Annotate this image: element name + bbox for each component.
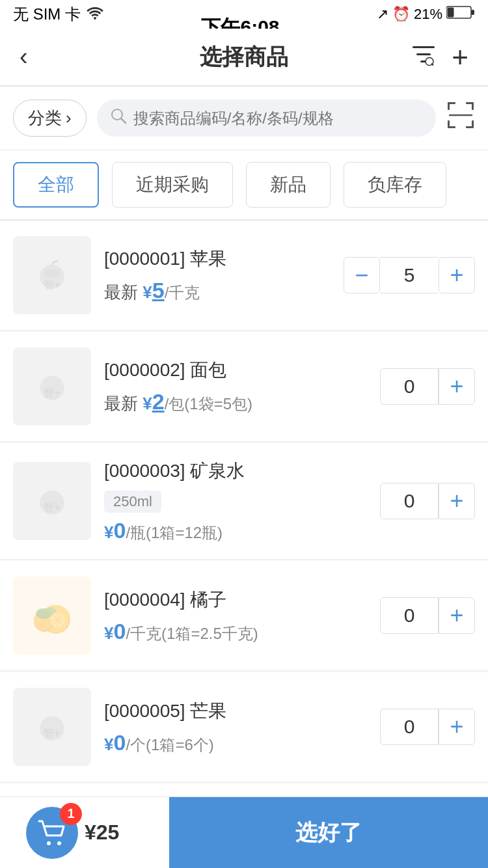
quantity-control: + — [380, 368, 475, 405]
placeholder-icon: 智+ — [29, 704, 75, 750]
price-unit-text: /包(1袋=5包) — [165, 395, 252, 413]
product-price: 最新 ¥2/包(1袋=5包) — [104, 389, 367, 415]
price-value: 0 — [113, 518, 126, 543]
product-tag: 250ml — [104, 491, 161, 513]
product-thumbnail: 智+ — [13, 462, 91, 540]
wifi-icon — [86, 5, 104, 23]
battery-icon — [446, 5, 475, 23]
quantity-control: + — [380, 597, 475, 634]
price-symbol: ¥ — [142, 282, 152, 302]
quantity-input[interactable] — [380, 257, 439, 293]
bottom-bar: 1 ¥25 选好了 — [0, 796, 488, 868]
status-bar: 无 SIM 卡 下午6:08 ↗ ⏰ 21% — [0, 0, 488, 29]
increase-button[interactable]: + — [439, 483, 475, 519]
sim-indicator: 无 SIM 卡 — [13, 4, 81, 25]
price-label: 最新 — [104, 394, 142, 413]
price-symbol: ¥ — [142, 394, 152, 413]
product-name: [0000004] 橘子 — [104, 588, 367, 612]
price-unit-text: /瓶(1箱=12瓶) — [126, 524, 223, 541]
product-thumbnail: 智+ — [13, 347, 91, 426]
search-input[interactable] — [133, 109, 423, 128]
filter-bar: 分类 › — [0, 87, 488, 150]
price-symbol: ¥ — [104, 522, 113, 542]
svg-point-20 — [44, 269, 59, 278]
status-left: 无 SIM 卡 — [13, 4, 104, 25]
confirm-button[interactable]: 选好了 — [169, 797, 488, 868]
price-value: 5 — [152, 278, 165, 303]
product-name: [0000005] 芒果 — [104, 699, 367, 724]
tab-negative[interactable]: 负库存 — [344, 162, 446, 208]
svg-text:智+: 智+ — [44, 727, 61, 739]
list-item: 智+ [0000005] 芒果 ¥0/个(1箱=6个) + — [0, 672, 488, 782]
placeholder-icon: 智+ — [29, 478, 75, 524]
list-item: 智+ [0000002] 面包 最新 ¥2/包(1袋=5包) + — [0, 332, 488, 442]
product-price: 最新 ¥5/千克 — [104, 278, 331, 304]
product-info: [0000005] 芒果 ¥0/个(1箱=6个) — [104, 699, 367, 755]
price-value: 0 — [113, 619, 126, 644]
search-icon — [110, 107, 127, 129]
svg-rect-13 — [472, 102, 474, 110]
svg-rect-17 — [472, 120, 474, 128]
filter-icon[interactable] — [411, 44, 436, 71]
product-name: [0000003] 矿泉水 — [104, 459, 367, 483]
svg-line-9 — [121, 118, 126, 123]
quantity-input[interactable] — [380, 483, 439, 519]
scan-icon[interactable] — [446, 101, 475, 135]
quantity-control: + — [380, 483, 475, 519]
list-item: 智+ [0000003] 矿泉水 250ml ¥0/瓶(1箱=12瓶) + — [0, 443, 488, 560]
svg-rect-15 — [448, 120, 450, 128]
list-item: 智+ [0000001] 苹果 最新 ¥5/千克 − + — [0, 221, 488, 331]
orange-image — [29, 593, 75, 638]
alarm-icon: ⏰ — [392, 6, 410, 23]
nav-bar: ‹ 选择商品 + — [0, 29, 488, 86]
decrease-button[interactable]: − — [344, 257, 380, 293]
category-label: 分类 — [28, 107, 62, 129]
price-unit-text: /千克(1箱=2.5千克) — [126, 625, 258, 642]
product-thumbnail — [13, 576, 91, 655]
price-unit-text: /个(1箱=6个) — [126, 736, 213, 753]
price-value: 2 — [152, 389, 165, 414]
price-symbol: ¥ — [104, 735, 113, 754]
cart-svg — [38, 820, 66, 846]
svg-rect-2 — [471, 10, 474, 15]
cart-badge: 1 — [60, 803, 82, 825]
svg-rect-1 — [448, 8, 454, 18]
product-info: [0000004] 橘子 ¥0/千克(1箱=2.5千克) — [104, 588, 367, 644]
increase-button[interactable]: + — [439, 257, 475, 293]
quantity-input[interactable] — [380, 597, 439, 634]
add-icon[interactable]: + — [452, 41, 468, 74]
search-box — [97, 100, 436, 137]
svg-text:智+: 智+ — [44, 278, 61, 290]
cart-section: 1 ¥25 — [0, 807, 169, 859]
svg-point-44 — [57, 841, 61, 845]
category-button[interactable]: 分类 › — [13, 100, 87, 137]
increase-button[interactable]: + — [439, 709, 475, 745]
tab-bar: 全部 近期采购 新品 负库存 — [0, 150, 488, 221]
price-value: 0 — [113, 730, 126, 755]
increase-button[interactable]: + — [439, 368, 475, 405]
product-price: ¥0/个(1箱=6个) — [104, 730, 367, 755]
tab-all[interactable]: 全部 — [13, 162, 99, 208]
quantity-control: + — [380, 709, 475, 745]
quantity-input[interactable] — [380, 709, 439, 745]
location-icon: ↗ — [377, 6, 388, 23]
quantity-input[interactable] — [380, 368, 439, 405]
product-info: [0000001] 苹果 最新 ¥5/千克 — [104, 247, 331, 304]
list-item: [0000004] 橘子 ¥0/千克(1箱=2.5千克) + — [0, 561, 488, 671]
product-info: [0000003] 矿泉水 250ml ¥0/瓶(1箱=12瓶) — [104, 459, 367, 543]
category-arrow: › — [66, 108, 72, 128]
tab-new[interactable]: 新品 — [246, 162, 331, 208]
increase-button[interactable]: + — [439, 597, 475, 634]
svg-point-43 — [47, 841, 51, 845]
product-price: ¥0/瓶(1箱=12瓶) — [104, 518, 367, 543]
back-button[interactable]: ‹ — [20, 43, 28, 71]
quantity-control: − + — [344, 257, 475, 293]
svg-text:智+: 智+ — [44, 387, 61, 398]
product-list: 智+ [0000001] 苹果 最新 ¥5/千克 − + 智+ [0000002… — [0, 221, 488, 868]
product-info: [0000002] 面包 最新 ¥2/包(1袋=5包) — [104, 358, 367, 415]
product-price: ¥0/千克(1箱=2.5千克) — [104, 619, 367, 644]
tab-recent[interactable]: 近期采购 — [112, 162, 233, 208]
placeholder-icon: 智+ — [29, 364, 75, 409]
cart-icon[interactable]: 1 — [26, 807, 78, 859]
battery-percent: 21% — [414, 6, 442, 23]
